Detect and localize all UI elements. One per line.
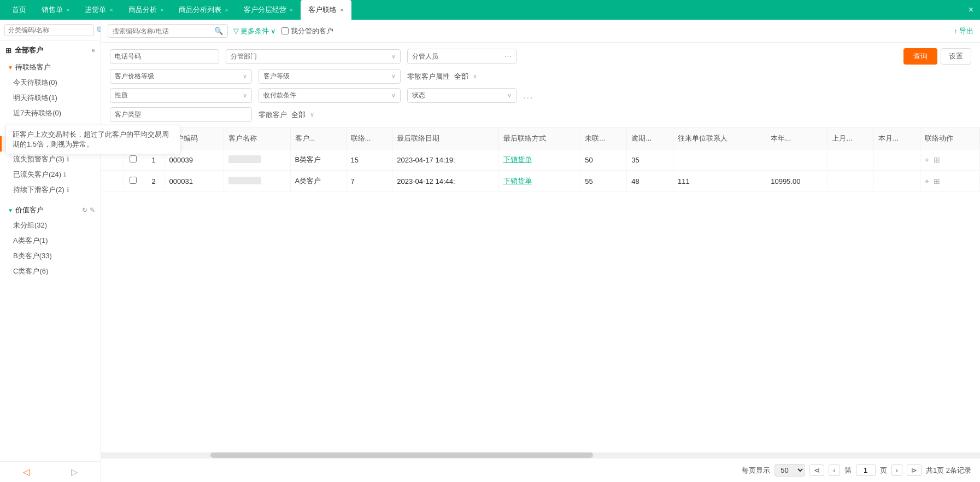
row1-action: ⌖ ⊞ [920,149,980,171]
row2-action: ⌖ ⊞ [920,171,980,192]
link-action-icon[interactable]: ⌖ [925,177,929,186]
sidebar-item-class-c[interactable]: C类客户(6) [0,264,101,279]
personnel-field[interactable]: 分管人员 ··· [407,49,517,64]
sidebar-item-already-lost[interactable]: 已流失客户(24) ℹ [0,167,101,182]
col-last-method: 最后联络方式 [498,128,580,149]
chevron-down-icon: ∨ [243,73,247,80]
retail-attr-field[interactable]: 零散客户属性 全部 ∨ [407,72,477,82]
tab-home[interactable]: 首页 [4,0,34,20]
row1-type: B类客户 [290,149,346,171]
search-icon[interactable]: 🔍 [214,27,223,35]
value-customer-group[interactable]: ▼ 价值客户 ↻ ✎ [0,202,101,218]
gender-field[interactable]: 性质 ∨ [110,88,252,103]
settings-button[interactable]: 设置 [941,48,971,65]
col-last-month: 上月... [828,128,874,149]
row2-last-method[interactable]: 下销货单 [498,171,580,192]
info-icon[interactable]: ℹ [63,171,66,178]
main-search-input[interactable] [113,27,214,35]
col-contact: 联络... [346,128,392,149]
my-customers-check[interactable] [281,27,289,34]
sidebar-nav-left[interactable]: ◁ [3,465,49,479]
scrollbar-thumb[interactable] [210,452,593,458]
close-all-button[interactable]: × [969,5,973,15]
row2-not-contact: 55 [580,171,627,192]
close-icon[interactable]: × [340,7,343,13]
export-button[interactable]: ↑ 导出 [954,26,974,36]
retail-customer-field[interactable]: 零散客户 全部 ∨ [259,110,314,120]
waiting-contact-group[interactable]: ▼ 待联络客户 [0,60,101,75]
sidebar-item-today[interactable]: 今天待联络(0) [0,75,101,90]
row2-settings [101,171,123,192]
close-icon[interactable]: × [66,7,69,13]
customer-table-container: ⚙ 客户编码 客户名称 客户... 联络... 最后联络日期 最后联络方式 未联… [101,128,980,452]
sidebar-item-class-a[interactable]: A类客户(1) [0,233,101,248]
last-page-button[interactable]: ⊳ [907,464,922,476]
tab-analysis[interactable]: 商品分析 × [121,0,171,20]
row1-last-method[interactable]: 下销货单 [498,149,580,171]
grid-action-icon[interactable]: ⊞ [934,177,940,185]
close-icon[interactable]: × [160,7,163,13]
sidebar-item-declining[interactable]: 持续下滑客户(2) ℹ [0,182,101,198]
row1-contact: 15 [346,149,392,171]
row1-checkbox[interactable] [130,155,137,162]
row1-not-contact: 50 [580,149,627,171]
chevron-down-icon: ∨ [391,73,396,80]
prev-page-button[interactable]: ‹ [829,464,840,476]
dots-icon[interactable]: ··· [504,51,512,61]
grid-action-icon[interactable]: ⊞ [934,155,940,164]
page-number-input[interactable] [856,464,876,476]
first-page-button[interactable]: ⊲ [809,464,824,476]
row2-checkbox[interactable] [130,177,137,184]
sidebar-nav-right[interactable]: ▷ [51,465,97,479]
page-size-select[interactable]: 50 100 200 [774,464,805,477]
all-customers-header[interactable]: ⊞ 全部客户 » [0,41,101,60]
sidebar-search-input[interactable] [4,24,94,36]
next-page-button[interactable]: › [891,464,902,476]
customer-grade-field[interactable]: 客户等级 ∨ [259,69,401,84]
customer-type-field[interactable]: 客户类型 [110,107,252,122]
collapse-icon[interactable]: » [91,47,95,54]
phone-field[interactable]: 电话号码 [110,49,219,64]
my-customers-checkbox[interactable]: 我分管的客户 [281,26,333,36]
chevron-down-icon: ∨ [310,111,314,118]
tab-customer-seg[interactable]: 客户分层经营 × [236,0,301,20]
edit-icon[interactable]: ✎ [90,206,95,214]
export-icon: ↑ [954,27,958,35]
row2-num: 2 [143,171,165,192]
close-icon[interactable]: × [109,7,113,13]
chevron-down-icon: ∨ [391,92,396,99]
sidebar-item-tomorrow[interactable]: 明天待联络(1) [0,90,101,106]
price-grade-field[interactable]: 客户价格等级 ∨ [110,69,252,84]
payment-field[interactable]: 收付款条件 ∨ [259,88,401,103]
close-icon[interactable]: × [225,7,228,13]
refresh-icon[interactable]: ↻ [82,206,87,214]
horizontal-scrollbar[interactable] [101,452,980,458]
row2-unit-contact: 111 [673,171,766,192]
search-bar[interactable]: 🔍 [108,24,228,38]
grid-icon: ⊞ [5,47,11,55]
sidebar-item-7days[interactable]: 近7天待联络(0) [0,106,101,121]
row2-check[interactable] [123,171,143,192]
col-not-contact: 未联... [580,128,627,149]
row2-last-month [828,171,874,192]
row1-last-month [828,149,874,171]
row2-this-month [874,171,920,192]
tab-customer-contact[interactable]: 客户联络 × [301,0,351,20]
link-action-icon[interactable]: ⌖ [925,155,929,165]
tab-analysis-list[interactable]: 商品分析列表 × [171,0,236,20]
sidebar-item-unclassified[interactable]: 未分组(32) [0,218,101,233]
tab-sales[interactable]: 销售单 × [34,0,77,20]
search-icon[interactable]: 🔍 [96,26,101,34]
table-row: 2 000031 A类客户 7 2023-04-12 14:44: 下销货单 5… [101,171,980,192]
sidebar-item-class-b[interactable]: B类客户(33) [0,248,101,264]
query-button[interactable]: 查询 [903,48,937,65]
status-field[interactable]: 状态 ∨ [407,88,517,103]
more-conditions-button[interactable]: ▽ 更多条件 ∨ [233,26,276,36]
col-this-year: 本年... [766,128,828,149]
more-dots-icon[interactable]: ... [523,91,533,101]
info-icon[interactable]: ℹ [67,186,69,194]
info-icon[interactable]: ℹ [67,155,69,163]
dept-field[interactable]: 分管部门 ∨ [226,49,401,64]
tab-purchase[interactable]: 进货单 × [77,0,120,20]
close-icon[interactable]: × [290,7,293,13]
